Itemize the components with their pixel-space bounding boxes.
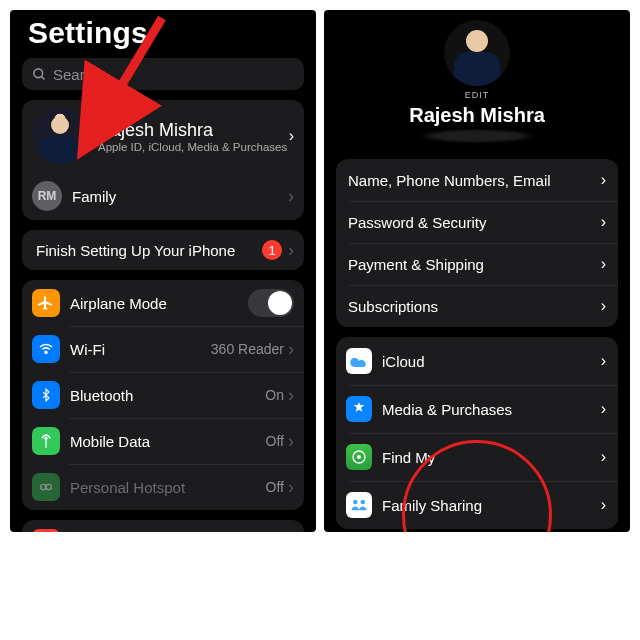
svg-point-9 — [353, 500, 358, 505]
search-icon — [32, 67, 47, 82]
bluetooth-label: Bluetooth — [70, 387, 265, 404]
mobile-label: Mobile Data — [70, 433, 266, 450]
wifi-icon — [32, 335, 60, 363]
setup-badge: 1 — [262, 240, 282, 260]
wifi-row[interactable]: Wi-Fi 360 Reader › — [22, 326, 304, 372]
svg-point-5 — [46, 484, 51, 489]
svg-line-1 — [41, 76, 44, 79]
search-placeholder: Search — [53, 66, 101, 83]
airplane-label: Airplane Mode — [70, 295, 248, 312]
bluetooth-value: On — [265, 387, 284, 403]
chevron-right-icon: › — [601, 297, 606, 315]
edit-label[interactable]: EDIT — [465, 90, 490, 100]
profile-subtitle: Apple ID, iCloud, Media & Purchases — [98, 141, 289, 153]
hotspot-icon — [32, 473, 60, 501]
profile-header: EDIT Rajesh Mishra — [324, 10, 630, 149]
search-input[interactable]: Search — [22, 58, 304, 90]
family-row[interactable]: RM Family › — [22, 172, 304, 220]
page-title: Settings — [10, 10, 316, 54]
chevron-right-icon: › — [288, 186, 294, 207]
svg-point-8 — [358, 456, 361, 459]
settings-screen: Settings Search Rajesh Mishra Apple ID, … — [10, 10, 316, 532]
password-security-row[interactable]: Password & Security› — [336, 201, 618, 243]
svg-point-2 — [45, 351, 47, 353]
icloud-row[interactable]: iCloud› — [336, 337, 618, 385]
family-avatar: RM — [32, 181, 62, 211]
notifications-row[interactable]: Notifications › — [22, 520, 304, 532]
bell-icon — [32, 529, 60, 532]
chevron-right-icon: › — [601, 352, 606, 370]
chevron-right-icon: › — [601, 213, 606, 231]
radar-icon — [346, 444, 372, 470]
chevron-right-icon: › — [601, 171, 606, 189]
hotspot-value: Off — [266, 479, 284, 495]
svg-point-4 — [41, 484, 46, 489]
finish-setup-label: Finish Setting Up Your iPhone — [36, 242, 262, 259]
bluetooth-row[interactable]: Bluetooth On › — [22, 372, 304, 418]
apple-id-screen: EDIT Rajesh Mishra Name, Phone Numbers, … — [324, 10, 630, 532]
appstore-icon — [346, 396, 372, 422]
svg-point-3 — [45, 437, 47, 439]
family-icon — [346, 492, 372, 518]
wifi-value: 360 Reader — [211, 341, 284, 357]
chevron-right-icon: › — [601, 496, 606, 514]
hotspot-label: Personal Hotspot — [70, 479, 266, 496]
media-purchases-row[interactable]: Media & Purchases› — [336, 385, 618, 433]
wifi-label: Wi-Fi — [70, 341, 211, 358]
network-group: Airplane Mode Wi-Fi 360 Reader › Bluetoo… — [22, 280, 304, 510]
name-numbers-row[interactable]: Name, Phone Numbers, Email› — [336, 159, 618, 201]
mobile-data-row[interactable]: Mobile Data Off › — [22, 418, 304, 464]
profile-name: Rajesh Mishra — [98, 120, 289, 141]
chevron-right-icon: › — [288, 240, 294, 261]
payment-shipping-row[interactable]: Payment & Shipping› — [336, 243, 618, 285]
mobile-value: Off — [266, 433, 284, 449]
airplane-icon — [32, 289, 60, 317]
services-group: iCloud› Media & Purchases› Find My› Fami… — [336, 337, 618, 529]
general-group: Notifications › Sounds & Haptics › Focus… — [22, 520, 304, 532]
redacted-email — [417, 129, 537, 143]
account-group: Name, Phone Numbers, Email› Password & S… — [336, 159, 618, 327]
chevron-right-icon: › — [288, 385, 294, 406]
svg-point-0 — [34, 68, 43, 77]
setup-group: Finish Setting Up Your iPhone 1 › — [22, 230, 304, 270]
chevron-right-icon: › — [601, 255, 606, 273]
family-label: Family — [72, 188, 288, 205]
chevron-right-icon: › — [601, 400, 606, 418]
svg-point-10 — [361, 500, 366, 505]
hotspot-row[interactable]: Personal Hotspot Off › — [22, 464, 304, 510]
chevron-right-icon: › — [288, 339, 294, 360]
chevron-right-icon: › — [288, 431, 294, 452]
bluetooth-icon — [32, 381, 60, 409]
profile-group: Rajesh Mishra Apple ID, iCloud, Media & … — [22, 100, 304, 220]
avatar[interactable] — [444, 20, 510, 86]
cloud-icon — [346, 348, 372, 374]
subscriptions-row[interactable]: Subscriptions› — [336, 285, 618, 327]
airplane-row[interactable]: Airplane Mode — [22, 280, 304, 326]
apple-id-row[interactable]: Rajesh Mishra Apple ID, iCloud, Media & … — [22, 100, 304, 172]
antenna-icon — [32, 427, 60, 455]
finish-setup-row[interactable]: Finish Setting Up Your iPhone 1 › — [22, 230, 304, 270]
family-sharing-row[interactable]: Family Sharing› — [336, 481, 618, 529]
chevron-right-icon: › — [289, 127, 294, 145]
findmy-row[interactable]: Find My› — [336, 433, 618, 481]
avatar — [32, 108, 88, 164]
airplane-toggle[interactable] — [248, 289, 294, 317]
chevron-right-icon: › — [601, 448, 606, 466]
profile-name: Rajesh Mishra — [409, 104, 545, 127]
chevron-right-icon: › — [288, 477, 294, 498]
